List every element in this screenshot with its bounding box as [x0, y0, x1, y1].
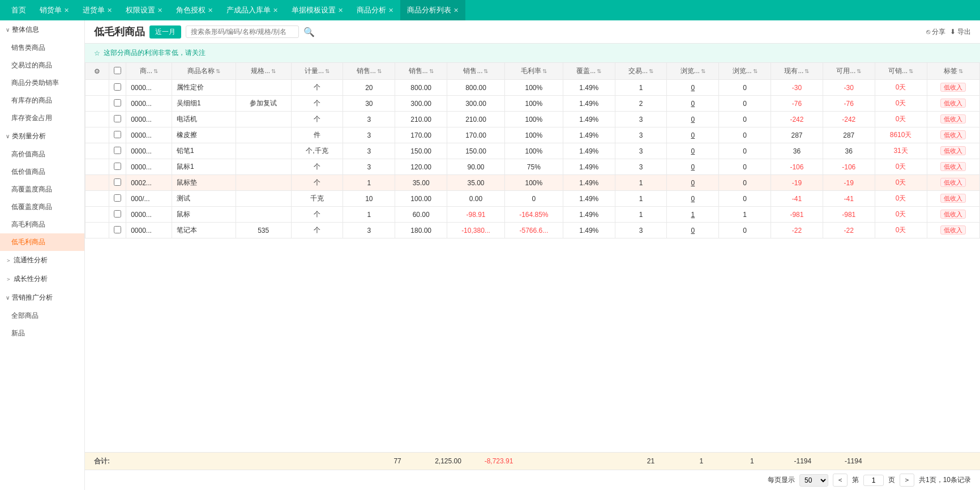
col-avail-stock[interactable]: 可用...⇅ — [823, 63, 875, 80]
nav-sales[interactable]: 销货单 ✕ — [33, 0, 76, 20]
close-icon[interactable]: ✕ — [338, 7, 343, 14]
col-sale-profit[interactable]: 销售...⇅ — [447, 63, 505, 80]
sidebar-section-marketing[interactable]: ∨ 营销推广分析 — [0, 288, 84, 307]
select-all-checkbox[interactable] — [114, 67, 121, 74]
sidebar-item-low-margin[interactable]: 低毛利商品 — [0, 233, 84, 251]
row-sale-amount: 300.00 — [395, 96, 447, 112]
page-size-select[interactable]: 50 100 200 — [799, 474, 828, 487]
row-view1[interactable]: 0 — [667, 159, 719, 175]
row-checkbox[interactable] — [109, 223, 126, 238]
table-row: 0000... 橡皮擦 件 3 170.00 170.00 100% 1.49%… — [85, 127, 980, 143]
col-checkbox[interactable] — [109, 63, 126, 80]
row-current-stock: -981 — [771, 207, 823, 223]
col-sellable[interactable]: 可销...⇅ — [875, 63, 927, 80]
col-trade[interactable]: 交易...⇅ — [615, 63, 667, 80]
close-icon[interactable]: ✕ — [388, 7, 393, 14]
search-input[interactable] — [186, 25, 299, 38]
sidebar-item-traded-goods[interactable]: 交易过的商品 — [0, 57, 84, 74]
row-checkbox[interactable] — [109, 175, 126, 191]
close-icon[interactable]: ✕ — [64, 7, 69, 14]
sidebar-item-stock-capital[interactable]: 库存资金占用 — [0, 109, 84, 127]
sidebar-item-stocked-goods[interactable]: 有库存的商品 — [0, 92, 84, 109]
col-spec[interactable]: 规格...⇅ — [236, 63, 291, 80]
col-view2[interactable]: 浏览...⇅ — [719, 63, 771, 80]
sidebar-section-flow[interactable]: ＞ 流通性分析 — [0, 251, 84, 270]
next-page-button[interactable]: ＞ — [900, 474, 914, 487]
col-view1[interactable]: 浏览...⇅ — [667, 63, 719, 80]
row-view1[interactable]: 0 — [667, 223, 719, 238]
row-checkbox[interactable] — [109, 112, 126, 127]
close-icon[interactable]: ✕ — [208, 7, 213, 14]
chevron-down-icon: ∨ — [6, 133, 10, 139]
nav-permissions[interactable]: 权限设置 ✕ — [119, 0, 169, 20]
row-coverage: 1.49% — [563, 143, 615, 159]
nav-product-entry[interactable]: 产成品入库单 ✕ — [220, 0, 285, 20]
sidebar-item-sales-goods[interactable]: 销售类商品 — [0, 39, 84, 57]
close-icon[interactable]: ✕ — [453, 7, 459, 14]
col-sale-qty[interactable]: 销售...⇅ — [343, 63, 395, 80]
sidebar-item-category-assist[interactable]: 商品分类助销率 — [0, 74, 84, 92]
row-checkbox[interactable] — [109, 143, 126, 159]
sidebar-item-high-margin[interactable]: 高毛利商品 — [0, 216, 84, 233]
row-margin: -164.85% — [504, 207, 563, 223]
close-icon[interactable]: ✕ — [273, 7, 278, 14]
row-view1[interactable]: 0 — [667, 80, 719, 96]
row-tag: 低收入 — [927, 175, 980, 191]
col-coverage[interactable]: 覆盖...⇅ — [563, 63, 615, 80]
row-code: 0000... — [126, 127, 172, 143]
sidebar-section-overall[interactable]: ∨ 整体信息 — [0, 20, 84, 39]
pagination-bar: 每页显示 50 100 200 ＜ 第 页 ＞ 共1页，10条记录 — [85, 470, 980, 490]
time-filter-button[interactable]: 近一月 — [149, 25, 181, 39]
row-view1[interactable]: 0 — [667, 143, 719, 159]
col-code[interactable]: 商...⇅ — [126, 63, 172, 80]
sidebar-item-new-goods[interactable]: 新品 — [0, 325, 84, 342]
col-unit[interactable]: 计量...⇅ — [291, 63, 343, 80]
row-checkbox[interactable] — [109, 80, 126, 96]
row-coverage: 1.49% — [563, 191, 615, 207]
nav-product-analysis[interactable]: 商品分析 ✕ — [350, 0, 400, 20]
share-button[interactable]: ⎋ 分享 — [926, 27, 945, 37]
col-current-stock[interactable]: 现有...⇅ — [771, 63, 823, 80]
sidebar-section-category[interactable]: ∨ 类别量分析 — [0, 127, 84, 146]
row-view1[interactable]: 0 — [667, 112, 719, 127]
sidebar-item-high-value[interactable]: 高价值商品 — [0, 146, 84, 163]
close-icon[interactable]: ✕ — [107, 7, 112, 14]
sidebar-item-low-value[interactable]: 低价值商品 — [0, 163, 84, 181]
row-view1[interactable]: 0 — [667, 191, 719, 207]
row-view2: 0 — [719, 80, 771, 96]
col-margin[interactable]: 毛利率⇅ — [504, 63, 563, 80]
col-settings[interactable]: ⚙ — [85, 63, 109, 80]
row-view2: 0 — [719, 223, 771, 238]
row-checkbox[interactable] — [109, 159, 126, 175]
nav-purchase[interactable]: 进货单 ✕ — [76, 0, 119, 20]
row-checkbox[interactable] — [109, 127, 126, 143]
row-settings — [85, 96, 109, 112]
prev-page-button[interactable]: ＜ — [833, 474, 848, 487]
row-checkbox[interactable] — [109, 207, 126, 223]
row-name: 测试 — [172, 191, 236, 207]
export-button[interactable]: ⬇ 导出 — [950, 27, 971, 37]
nav-home[interactable]: 首页 — [5, 0, 33, 20]
sidebar-item-all-goods[interactable]: 全部商品 — [0, 307, 84, 325]
row-code: 0000... — [126, 96, 172, 112]
row-checkbox[interactable] — [109, 191, 126, 207]
search-icon-button[interactable]: 🔍 — [303, 27, 315, 37]
col-name[interactable]: 商品名称⇅ — [172, 63, 236, 80]
close-icon[interactable]: ✕ — [157, 7, 162, 14]
nav-template[interactable]: 单据模板设置 ✕ — [285, 0, 350, 20]
row-view1[interactable]: 0 — [667, 96, 719, 112]
page-number-input[interactable] — [863, 475, 884, 486]
col-tag[interactable]: 标签⇅ — [927, 63, 980, 80]
sidebar-section-growth[interactable]: ＞ 成长性分析 — [0, 270, 84, 288]
nav-roles[interactable]: 角色授权 ✕ — [169, 0, 220, 20]
col-sale-amount[interactable]: 销售...⇅ — [395, 63, 447, 80]
row-view1[interactable]: 1 — [667, 207, 719, 223]
nav-product-analysis-list[interactable]: 商品分析列表 ✕ — [400, 0, 465, 20]
row-checkbox[interactable] — [109, 96, 126, 112]
row-view1[interactable]: 0 — [667, 127, 719, 143]
sidebar-item-low-coverage[interactable]: 低覆盖度商品 — [0, 198, 84, 216]
row-sale-qty: 30 — [343, 96, 395, 112]
row-unit: 个 — [291, 159, 343, 175]
sidebar-item-high-coverage[interactable]: 高覆盖度商品 — [0, 181, 84, 198]
row-view1[interactable]: 0 — [667, 175, 719, 191]
